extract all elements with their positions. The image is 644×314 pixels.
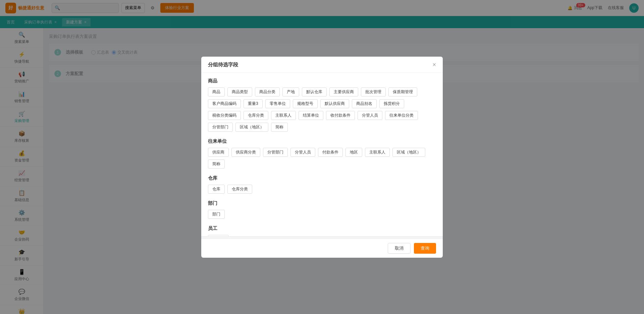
field-tag[interactable]: 仓库分类 xyxy=(244,111,268,120)
field-tag[interactable]: 地区 xyxy=(345,148,362,157)
category-employee-title: 员工 xyxy=(208,226,436,232)
field-tag[interactable]: 商品类型 xyxy=(227,87,252,97)
modal-header: 分组待选字段 × xyxy=(201,57,443,73)
field-tag[interactable]: 简称 xyxy=(208,160,225,169)
modal: 分组待选字段 × 商品 商品 商品类型 商品分类 产地 默认仓库 xyxy=(201,57,443,258)
field-tag[interactable]: 区域（地区） xyxy=(235,123,268,132)
department-field-tags: 部门 xyxy=(208,210,436,219)
category-department-title: 部门 xyxy=(208,200,436,206)
field-tag[interactable]: 收付款条件 xyxy=(326,111,355,120)
category-employee: 员工 业务员 xyxy=(208,226,436,237)
partner-field-tags: 供应商 供应商分类 分管部门 分管人员 付款条件 地区 主联系人 区域（地区） … xyxy=(208,148,436,169)
main-layout: 🔍 搜索菜单 ⚡ 快捷导航 📢 营销推广 📊 销售管理 🛒 采购管理 📦 库存核… xyxy=(0,28,644,314)
field-tag[interactable]: 税收分类编码 xyxy=(208,111,241,120)
modal-hscroll[interactable] xyxy=(201,236,443,238)
field-tag[interactable]: 主联系人 xyxy=(365,148,390,157)
field-tag[interactable]: 主要供应商 xyxy=(329,87,358,97)
category-partner: 往来单位 供应商 供应商分类 分管部门 分管人员 付款条件 地区 主联系人 区域… xyxy=(208,138,436,169)
field-tag[interactable]: 产地 xyxy=(282,87,299,97)
modal-overlay: 分组待选字段 × 商品 商品 商品类型 商品分类 产地 默认仓库 xyxy=(44,28,644,314)
field-tag[interactable]: 重量3 xyxy=(244,99,263,108)
field-tag[interactable]: 区域（地区） xyxy=(392,148,425,157)
field-tag[interactable]: 商品 xyxy=(208,87,225,97)
field-tag[interactable]: 付款条件 xyxy=(318,148,343,157)
field-tag[interactable]: 往来单位分类 xyxy=(385,111,418,120)
field-tag[interactable]: 默认供应商 xyxy=(320,99,349,108)
field-tag[interactable]: 分管人员 xyxy=(358,111,382,120)
modal-footer: 取消 查询 xyxy=(201,239,443,258)
field-tag[interactable]: 默认仓库 xyxy=(302,87,327,97)
field-tag[interactable]: 仓库 xyxy=(208,185,225,194)
confirm-button[interactable]: 查询 xyxy=(414,243,436,254)
field-tag[interactable]: 主联系人 xyxy=(271,111,296,120)
field-tag[interactable]: 结算单位 xyxy=(299,111,323,120)
field-tag[interactable]: 客户商品编码 xyxy=(208,99,241,108)
warehouse-field-tags: 仓库 仓库分类 xyxy=(208,185,436,194)
category-goods-title: 商品 xyxy=(208,78,436,84)
field-tag[interactable]: 保质期管理 xyxy=(388,87,417,97)
category-warehouse: 仓库 仓库 仓库分类 xyxy=(208,175,436,194)
category-department: 部门 部门 xyxy=(208,200,436,219)
category-partner-title: 往来单位 xyxy=(208,138,436,144)
field-tag[interactable]: 批次管理 xyxy=(361,87,386,97)
field-tag[interactable]: 部门 xyxy=(208,210,225,219)
field-tag[interactable]: 商品别名 xyxy=(352,99,377,108)
field-tag[interactable]: 供应商 xyxy=(208,148,229,157)
category-goods: 商品 商品 商品类型 商品分类 产地 默认仓库 主要供应商 批次管理 保质期管理… xyxy=(208,78,436,132)
category-warehouse-title: 仓库 xyxy=(208,175,436,181)
field-tag[interactable]: 拣货积分 xyxy=(379,99,404,108)
cancel-button[interactable]: 取消 xyxy=(388,243,411,254)
modal-body: 商品 商品 商品类型 商品分类 产地 默认仓库 主要供应商 批次管理 保质期管理… xyxy=(201,73,443,237)
field-tag[interactable]: 分管部门 xyxy=(208,123,233,132)
content-area: 采购订单执行表方案设置 1 选择模板 汇总表 交叉统计表 xyxy=(44,28,644,314)
field-tag[interactable]: 简称 xyxy=(271,123,288,132)
field-tag[interactable]: 分管人员 xyxy=(290,148,315,157)
field-tag[interactable]: 规格型号 xyxy=(293,99,318,108)
field-tag[interactable]: 仓库分类 xyxy=(227,185,252,194)
field-tag[interactable]: 分管部门 xyxy=(263,148,288,157)
modal-close-button[interactable]: × xyxy=(432,61,436,68)
field-tag[interactable]: 零售单位 xyxy=(265,99,290,108)
goods-field-tags: 商品 商品类型 商品分类 产地 默认仓库 主要供应商 批次管理 保质期管理 客户… xyxy=(208,87,436,132)
modal-title: 分组待选字段 xyxy=(208,62,238,68)
field-tag[interactable]: 商品分类 xyxy=(255,87,280,97)
field-tag[interactable]: 供应商分类 xyxy=(231,148,260,157)
